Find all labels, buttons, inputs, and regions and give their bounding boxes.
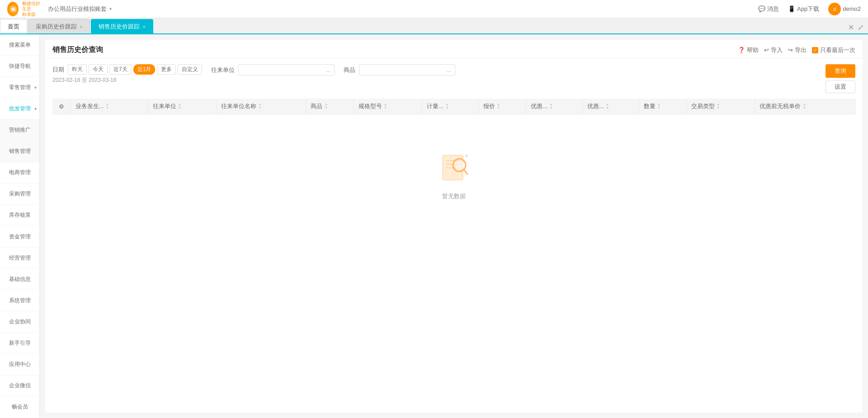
- product-input[interactable]: [359, 65, 443, 75]
- table-col-spec[interactable]: 规格型号 ▲▼: [354, 99, 422, 114]
- sidebar-item-label: 营销推广: [9, 126, 31, 134]
- svg-line-8: [464, 170, 467, 174]
- sidebar-item-label: 批发管理: [9, 105, 31, 113]
- page-title: 销售历史价查询: [52, 45, 103, 55]
- partner-filter-group: 往来单位 ...: [211, 64, 335, 76]
- sort-arrows-discount1: ▲▼: [549, 103, 553, 110]
- date-filter-group: 日期 昨天 今天 近7天 近1月 更多 自定义: [52, 64, 202, 75]
- user-menu-button[interactable]: d demo2: [828, 3, 861, 15]
- date-label: 日期: [52, 66, 64, 74]
- export-button[interactable]: ↪ 导出: [788, 46, 807, 54]
- sort-arrows-trade-type: ▲▼: [717, 103, 720, 110]
- sidebar-item-quick-nav[interactable]: 快捷导航: [0, 56, 39, 77]
- tab-close-all-icon[interactable]: ✕: [848, 23, 854, 32]
- import-button[interactable]: ↩ 导入: [764, 46, 783, 54]
- sidebar-item-inventory[interactable]: 库存核算: [0, 205, 39, 226]
- logo-text: 畅捷信好生意 标准版: [22, 1, 43, 17]
- date-btn-1month[interactable]: 近1月: [133, 64, 156, 75]
- app-title: 办公用品行业模拟账套: [48, 5, 107, 13]
- sidebar: 搜索菜单 快捷导航 零售管理 批发管理 营销推广 销售管理 电商管理 采购管理 …: [0, 34, 40, 418]
- sidebar-item-app-center[interactable]: 应用中心: [0, 354, 39, 375]
- tab-purchase-close-icon[interactable]: ×: [80, 24, 82, 29]
- sidebar-item-corp-wechat[interactable]: 企业微信: [0, 375, 39, 397]
- tab-bar: 首页 采购历史价跟踪 × 销售历史价跟踪 × ✕ ⤢: [0, 18, 868, 34]
- date-btn-yesterday[interactable]: 昨天: [68, 64, 87, 75]
- table-col-discount1[interactable]: 优惠... ▲▼: [526, 99, 583, 114]
- sidebar-item-purchase-mgmt[interactable]: 采购管理: [0, 184, 39, 205]
- page-header: 销售历史价查询 ❓ 帮助 ↩ 导入 ↪ 导出 ✓: [45, 40, 863, 59]
- checkbox-checked-icon: ✓: [812, 47, 818, 53]
- table-col-price[interactable]: 报价 ▲▼: [479, 99, 526, 114]
- export-icon: ↪: [788, 47, 793, 53]
- tab-expand-icon[interactable]: ⤢: [858, 23, 863, 32]
- product-input-wrapper: ...: [359, 64, 455, 76]
- tab-purchase-history[interactable]: 采购历史价跟踪 ×: [28, 19, 90, 33]
- sidebar-item-retail-mgmt[interactable]: 零售管理: [0, 77, 39, 98]
- sidebar-item-label: 畅会员: [12, 403, 28, 411]
- table-col-quantity[interactable]: 数量 ▲▼: [639, 99, 686, 114]
- sort-arrows-partner-name: ▲▼: [258, 103, 262, 110]
- sidebar-item-marketing[interactable]: 营销推广: [0, 119, 39, 141]
- tab-home[interactable]: 首页: [0, 19, 27, 33]
- sidebar-item-guide[interactable]: 新手引导: [0, 333, 39, 354]
- sidebar-item-vip[interactable]: 畅会员: [0, 397, 39, 418]
- product-input-dots[interactable]: ...: [443, 66, 455, 73]
- sidebar-item-label: 企业协同: [9, 318, 31, 326]
- sidebar-item-label: 零售管理: [9, 84, 31, 91]
- empty-illustration: ✦: [431, 142, 476, 187]
- sidebar-item-wholesale-mgmt[interactable]: 批发管理: [0, 98, 39, 119]
- table-col-business-date[interactable]: 业务发生... ▲▼: [71, 99, 148, 114]
- help-icon: ❓: [738, 47, 745, 53]
- query-button[interactable]: 查询: [826, 64, 855, 78]
- date-btn-today[interactable]: 今天: [89, 64, 108, 75]
- table-col-pre-tax-price[interactable]: 优惠前无税单价 ▲▼: [755, 99, 855, 114]
- chevron-down-icon[interactable]: ▾: [109, 6, 112, 11]
- date-range-text: 2023-02-18 至 2023-03-18: [52, 76, 202, 84]
- table-col-discount2[interactable]: 优惠... ▲▼: [582, 99, 639, 114]
- table-col-product[interactable]: 商品 ▲▼: [306, 99, 354, 114]
- sort-arrows-discount2: ▲▼: [606, 103, 609, 110]
- sidebar-item-label: 企业微信: [9, 382, 31, 390]
- date-btn-7days[interactable]: 近7天: [109, 64, 132, 75]
- product-filter-group: 商品 ...: [344, 64, 455, 76]
- sidebar-item-ecommerce[interactable]: 电商管理: [0, 162, 39, 184]
- sort-arrows-spec: ▲▼: [384, 103, 387, 110]
- message-button[interactable]: 💬 消息: [758, 5, 779, 13]
- svg-text:畅: 畅: [11, 7, 15, 12]
- sidebar-item-operation[interactable]: 经营管理: [0, 247, 39, 269]
- partner-input-dots[interactable]: ...: [322, 66, 334, 73]
- sort-arrows-pre-tax-price: ▲▼: [802, 103, 806, 110]
- table-col-gear[interactable]: ⚙: [52, 99, 71, 114]
- table-col-unit[interactable]: 计量... ▲▼: [422, 99, 479, 114]
- date-btn-more[interactable]: 更多: [157, 64, 176, 75]
- table-col-trade-type[interactable]: 交易类型 ▲▼: [686, 99, 755, 114]
- table-col-partner-code[interactable]: 往来单位 ▲▼: [148, 99, 217, 114]
- sidebar-item-finance[interactable]: 资金管理: [0, 226, 39, 247]
- sidebar-item-sales-mgmt[interactable]: 销售管理: [0, 141, 39, 162]
- sidebar-item-search-menu[interactable]: 搜索菜单: [0, 34, 39, 56]
- sidebar-item-system[interactable]: 系统管理: [0, 290, 39, 311]
- date-btn-custom[interactable]: 自定义: [178, 64, 202, 75]
- date-buttons: 昨天 今天 近7天 近1月 更多 自定义: [68, 64, 202, 75]
- help-button[interactable]: ❓ 帮助: [738, 46, 759, 54]
- only-last-checkbox[interactable]: ✓ 只看最后一次: [812, 46, 855, 54]
- sidebar-item-label: 应用中心: [9, 361, 31, 368]
- tab-sales-history[interactable]: 销售历史价跟踪 ×: [91, 19, 153, 33]
- page-actions: ❓ 帮助 ↩ 导入 ↪ 导出 ✓ 只看最后一次: [738, 46, 855, 54]
- sidebar-item-label: 新手引导: [9, 339, 31, 347]
- tab-purchase-history-label: 采购历史价跟踪: [36, 23, 77, 31]
- empty-state: ✦ 暂无数据: [52, 114, 855, 237]
- sidebar-item-enterprise[interactable]: 企业协同: [0, 311, 39, 332]
- table-col-partner-name[interactable]: 往来单位名称 ▲▼: [217, 99, 306, 114]
- sidebar-item-basic-info[interactable]: 基础信息: [0, 269, 39, 290]
- filter-area: 日期 昨天 今天 近7天 近1月 更多 自定义 2023-02-18 至 202…: [45, 59, 863, 99]
- header-right: 💬 消息 📱 App下载 d demo2: [758, 3, 861, 15]
- tab-sales-close-icon[interactable]: ×: [142, 24, 145, 29]
- partner-input[interactable]: [239, 65, 322, 75]
- logo-area: 畅 畅捷信好生意 标准版: [7, 1, 43, 17]
- settings-button[interactable]: 设置: [826, 81, 855, 93]
- app-download-button[interactable]: 📱 App下载: [788, 5, 819, 13]
- sidebar-item-label: 销售管理: [9, 147, 31, 155]
- sort-arrows-partner-code: ▲▼: [178, 103, 182, 110]
- logo-icon: 畅: [7, 2, 19, 16]
